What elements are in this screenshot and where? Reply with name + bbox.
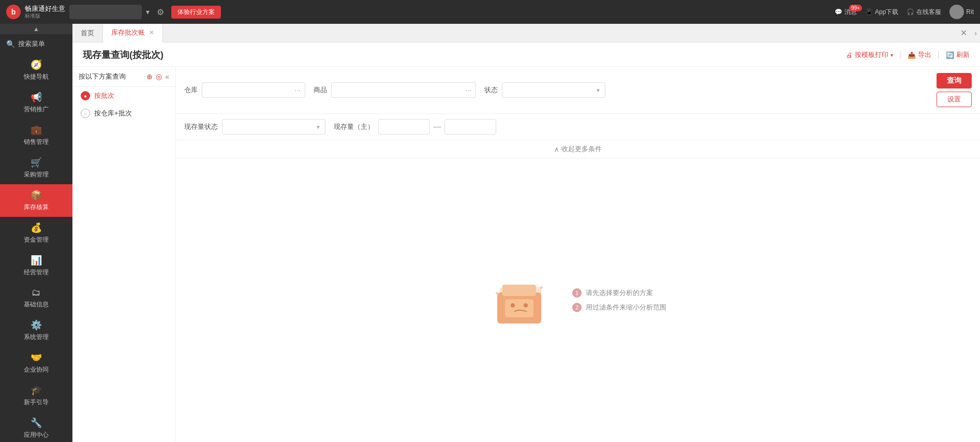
app-download-label: App下载	[875, 8, 898, 17]
svg-point-5	[524, 303, 528, 307]
sidebar-item-enterprise[interactable]: 🤝 企业协同	[0, 347, 72, 379]
collapse-more-row[interactable]: ∧ 收起更多条件	[176, 140, 980, 158]
sidebar-item-marketing[interactable]: 📢 营销推广	[0, 86, 72, 119]
refresh-button[interactable]: 🔄 刷新	[946, 50, 970, 60]
tab-inventory-batch[interactable]: 库存批次账 ✕	[103, 24, 163, 42]
stock-qty-label: 现存量（主）	[334, 122, 374, 131]
status-label: 状态	[484, 85, 498, 95]
content-area: 首页 库存批次账 ✕ ✕ › 现存量查询(按批次) 🖨 按模板打印 ▾	[72, 24, 980, 442]
sidebar-item-finance[interactable]: 💰 资金管理	[0, 217, 72, 249]
collapse-icon: ∧	[554, 145, 559, 153]
stock-status-label: 现存量状态	[184, 122, 218, 131]
online-service-label: 在线客服	[916, 8, 941, 17]
search-box[interactable]	[69, 5, 142, 19]
filter-row-actions: 查询 设置	[937, 73, 972, 107]
user-item[interactable]: Rit	[949, 5, 974, 19]
sidebar-search[interactable]: 🔍 搜索菜单	[0, 34, 72, 54]
avatar	[949, 5, 964, 19]
query-button[interactable]: 查询	[937, 73, 972, 89]
tab-home[interactable]: 首页	[72, 24, 103, 42]
sidebar-item-label-newbie: 新手引导	[24, 398, 49, 407]
purchase-icon: 🛒	[31, 157, 42, 168]
sidebar-scroll-up[interactable]: ▲	[0, 24, 72, 34]
newbie-icon: 🎓	[31, 385, 42, 396]
empty-svg-illustration: ✦ ✦	[489, 269, 552, 331]
search-icon: 🔍	[6, 40, 15, 48]
sidebar-item-inventory[interactable]: 📦 库存核算	[0, 184, 72, 217]
tab-bar-arrow-icon[interactable]: ›	[971, 29, 980, 37]
stock-status-select[interactable]: ▼	[222, 119, 325, 135]
stock-qty-min-input[interactable]	[378, 119, 430, 135]
filter-item-by-warehouse-batch[interactable]: ○ 按仓库+批次	[72, 105, 175, 122]
sidebar-item-app-center[interactable]: 🔧 应用中心	[0, 412, 72, 442]
app-center-icon: 🔧	[31, 417, 42, 429]
settings-icon[interactable]: ⚙	[154, 6, 167, 18]
filter-item-by-warehouse-batch-label: 按仓库+批次	[94, 109, 132, 118]
filter-add-icon[interactable]: ⊕	[146, 72, 153, 81]
username: Rit	[966, 8, 974, 16]
svg-rect-3	[505, 299, 533, 317]
sidebar-item-basics[interactable]: 🗂 基础信息	[0, 282, 72, 314]
filter-panel-icons: ⊕ ◎ «	[146, 72, 169, 81]
empty-hint-1-num: 1	[572, 288, 582, 298]
trial-button[interactable]: 体验行业方案	[171, 6, 221, 19]
filter-item-by-warehouse-batch-icon: ○	[81, 109, 90, 118]
tab-bar-close-all[interactable]: ✕	[960, 28, 967, 38]
filter-row-2: 现存量状态 ▼ 现存量（主） —	[176, 114, 980, 140]
sidebar-item-label-finance: 资金管理	[24, 235, 49, 244]
app-download-item[interactable]: 📱 App下载	[865, 8, 898, 17]
empty-hint-1-text: 请先选择要分析的方案	[586, 288, 653, 298]
page-title: 现存量查询(按批次)	[83, 49, 164, 61]
stock-qty-range: —	[378, 119, 496, 135]
empty-hint-2: 2 用过滤条件来缩小分析范围	[572, 303, 666, 312]
export-button[interactable]: 📤 导出	[908, 50, 931, 60]
filter-panel-title: 按以下方案查询	[79, 72, 126, 81]
svg-point-4	[511, 303, 515, 307]
sidebar-item-quick-nav[interactable]: 🧭 快捷导航	[0, 54, 72, 86]
filter-settings-icon[interactable]: ◎	[156, 72, 162, 81]
sidebar-item-purchase[interactable]: 🛒 采购管理	[0, 152, 72, 184]
goods-dots-icon[interactable]: ···	[465, 86, 471, 94]
goods-input[interactable]: ···	[331, 82, 476, 98]
message-icon: 💬	[835, 8, 842, 16]
sidebar-item-sales[interactable]: 💼 销售管理	[0, 119, 72, 152]
settings-button[interactable]: 设置	[937, 92, 972, 107]
print-button[interactable]: 🖨 按模板打印 ▾	[846, 50, 893, 60]
sidebar-item-label-purchase: 采购管理	[24, 170, 49, 179]
online-service-icon: 🎧	[907, 8, 914, 16]
top-bar-right: 💬 消息 99+ 📱 App下载 🎧 在线客服 Rit	[835, 5, 974, 19]
empty-text-block: 1 请先选择要分析的方案 2 用过滤条件来缩小分析范围	[572, 288, 666, 312]
sidebar-item-system[interactable]: ⚙️ 系统管理	[0, 314, 72, 347]
filter-item-by-batch[interactable]: ● 按批次	[72, 87, 175, 105]
warehouse-input[interactable]: ···	[202, 82, 305, 98]
warehouse-dots-icon[interactable]: ···	[294, 86, 301, 94]
page-header: 现存量查询(按批次) 🖨 按模板打印 ▾ | 📤 导出 | 🔄	[72, 42, 980, 67]
message-badge: 99+	[849, 5, 862, 11]
export-icon: 📤	[908, 51, 916, 59]
sidebar-item-label-inventory: 库存核算	[24, 203, 49, 212]
stock-qty-field: 现存量（主） —	[334, 119, 496, 135]
empty-hint-2-text: 用过滤条件来缩小分析范围	[586, 303, 666, 312]
filter-row-1: 仓库 ··· 商品 ···	[176, 67, 980, 114]
search-dropdown-icon[interactable]: ▾	[144, 7, 152, 17]
online-service-item[interactable]: 🎧 在线客服	[907, 8, 941, 17]
svg-text:✦: ✦	[539, 284, 544, 291]
status-select[interactable]: ▼	[502, 82, 605, 98]
sidebar: ▲ 🔍 搜索菜单 🧭 快捷导航 📢 营销推广 💼 销售管理 🛒 采购管理 📦 库…	[0, 24, 72, 442]
sidebar-item-operations[interactable]: 📊 经营管理	[0, 249, 72, 282]
sidebar-item-label-app-center: 应用中心	[24, 431, 49, 439]
stock-status-arrow-icon: ▼	[316, 124, 321, 130]
status-arrow-icon: ▼	[596, 87, 601, 93]
basics-icon: 🗂	[32, 287, 41, 298]
stock-qty-max-input[interactable]	[444, 119, 496, 135]
tab-bar: 首页 库存批次账 ✕ ✕ ›	[72, 24, 980, 42]
filter-collapse-icon[interactable]: «	[165, 72, 169, 81]
marketing-icon: 📢	[31, 92, 42, 103]
tab-home-label: 首页	[81, 28, 94, 38]
filter-panel-header: 按以下方案查询 ⊕ ◎ «	[72, 67, 175, 87]
print-icon: 🖨	[846, 51, 853, 59]
stock-qty-dash: —	[433, 122, 441, 131]
message-item[interactable]: 💬 消息 99+	[835, 8, 857, 17]
tab-close-icon[interactable]: ✕	[149, 29, 154, 36]
sidebar-item-newbie[interactable]: 🎓 新手引导	[0, 379, 72, 412]
